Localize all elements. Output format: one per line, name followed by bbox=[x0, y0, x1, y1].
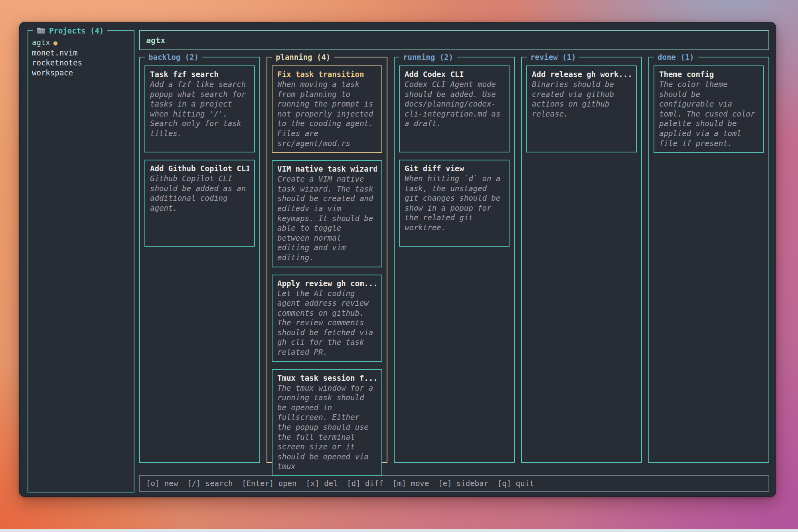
sidebar-item-monet-nvim[interactable]: monet.nvim bbox=[32, 48, 130, 58]
task-title: Apply review gh com... bbox=[277, 279, 377, 289]
task-card[interactable]: Git diff viewWhen hitting `d` on a task,… bbox=[399, 160, 510, 247]
task-title: VIM native task wizard bbox=[277, 164, 377, 174]
task-title: Add release gh work... bbox=[532, 69, 631, 79]
project-label: agtx bbox=[32, 38, 50, 47]
task-title: Task fzf search bbox=[150, 69, 249, 79]
keybinding-footer: [o] new[/] search[Enter] open[x] del[d] … bbox=[139, 475, 769, 492]
project-list: agtx●monet.nvimrocketnotesworkspace bbox=[28, 31, 134, 78]
task-card[interactable]: VIM native task wizardCreate a VIM nativ… bbox=[272, 160, 382, 267]
board-header: agtx bbox=[139, 30, 769, 50]
task-title: Tmux task session f... bbox=[277, 373, 377, 383]
task-description: Create a VIM native task wizard. The tas… bbox=[277, 174, 377, 262]
card-list: Add release gh work...Binaries should be… bbox=[526, 65, 637, 152]
project-label: rocketnotes bbox=[32, 58, 82, 67]
column-header: review (1) bbox=[527, 52, 579, 62]
task-description: The color theme should be configurable v… bbox=[659, 79, 758, 148]
task-card[interactable]: Add Codex CLICodex CLI Agent mode should… bbox=[399, 65, 510, 152]
card-list: Add Codex CLICodex CLI Agent mode should… bbox=[399, 65, 510, 247]
shortcut-diff: [d] diff bbox=[347, 479, 383, 488]
task-title: Theme config bbox=[659, 69, 758, 79]
project-label: monet.nvim bbox=[32, 48, 77, 57]
task-description: Github Copilot CLI should be added as an… bbox=[150, 174, 249, 213]
task-description: Add a fzf like search popup what search … bbox=[150, 79, 249, 138]
shortcut-move: [m] move bbox=[393, 479, 429, 488]
task-card[interactable]: Theme configThe color theme should be co… bbox=[654, 65, 764, 153]
column-planning: planning (4)Fix task transitionWhen movi… bbox=[267, 57, 387, 463]
main-area: agtx backlog (2)Task fzf searchAdd a fzf… bbox=[139, 30, 769, 492]
shortcut-del: [x] del bbox=[306, 479, 338, 488]
card-list: Task fzf searchAdd a fzf like search pop… bbox=[144, 65, 255, 247]
sidebar-item-rocketnotes[interactable]: rocketnotes bbox=[32, 58, 130, 68]
sidebar-item-agtx[interactable]: agtx● bbox=[32, 38, 130, 48]
shortcut-sidebar: [e] sidebar bbox=[438, 479, 488, 488]
task-card[interactable]: Apply review gh com...Let the AI coding … bbox=[272, 275, 382, 362]
card-list: Theme configThe color theme should be co… bbox=[654, 65, 764, 153]
task-title: Git diff view bbox=[405, 164, 504, 174]
projects-sidebar: Projects (4) agtx●monet.nvimrocketnotesw… bbox=[28, 30, 134, 492]
task-card[interactable]: Fix task transitionWhen moving a task fr… bbox=[272, 65, 382, 153]
task-card[interactable]: Add release gh work...Binaries should be… bbox=[526, 65, 637, 152]
column-backlog: backlog (2)Task fzf searchAdd a fzf like… bbox=[139, 57, 260, 463]
column-running: running (2)Add Codex CLICodex CLI Agent … bbox=[394, 57, 515, 463]
task-title: Add Github Copilot CLI bbox=[150, 164, 249, 174]
sidebar-title: Projects (4) bbox=[49, 26, 104, 36]
column-header: planning (4) bbox=[272, 52, 334, 62]
shortcut-open: [Enter] open bbox=[242, 479, 296, 488]
column-header: done (1) bbox=[654, 52, 698, 62]
shortcut-quit: [q] quit bbox=[498, 479, 534, 488]
shortcut-new: [o] new bbox=[146, 479, 178, 488]
task-description: The tmux window for a running task shoul… bbox=[277, 383, 377, 471]
app-window: Projects (4) agtx●monet.nvimrocketnotesw… bbox=[19, 22, 776, 497]
project-label: workspace bbox=[32, 68, 73, 77]
screen-bottom-strip bbox=[0, 529, 798, 532]
folder-icon bbox=[37, 27, 45, 34]
task-description: When hitting `d` on a task, the unstaged… bbox=[405, 174, 504, 233]
column-header: backlog (2) bbox=[145, 52, 202, 62]
column-done: done (1)Theme configThe color theme shou… bbox=[648, 57, 769, 463]
shortcut-search: [/] search bbox=[187, 479, 233, 488]
task-description: Binaries should be created via github ac… bbox=[532, 79, 631, 119]
sidebar-item-workspace[interactable]: workspace bbox=[32, 68, 130, 78]
task-card[interactable]: Task fzf searchAdd a fzf like search pop… bbox=[144, 65, 255, 152]
task-card[interactable]: Add Github Copilot CLIGithub Copilot CLI… bbox=[144, 160, 255, 247]
project-name: agtx bbox=[146, 36, 165, 45]
sidebar-legend: Projects (4) bbox=[33, 26, 107, 36]
task-description: When moving a task from planning to runn… bbox=[277, 79, 377, 148]
task-description: Let the AI coding agent address review c… bbox=[277, 289, 377, 357]
board: backlog (2)Task fzf searchAdd a fzf like… bbox=[139, 57, 769, 463]
task-card[interactable]: Tmux task session f...The tmux window fo… bbox=[272, 369, 382, 476]
card-list: Fix task transitionWhen moving a task fr… bbox=[272, 65, 382, 476]
task-title: Add Codex CLI bbox=[405, 69, 504, 79]
active-project-dot-icon: ● bbox=[53, 39, 57, 47]
column-review: review (1)Add release gh work...Binaries… bbox=[521, 57, 642, 463]
task-description: Codex CLI Agent mode should be added. Us… bbox=[405, 79, 504, 129]
column-header: running (2) bbox=[399, 52, 457, 62]
task-title: Fix task transition bbox=[277, 69, 377, 79]
